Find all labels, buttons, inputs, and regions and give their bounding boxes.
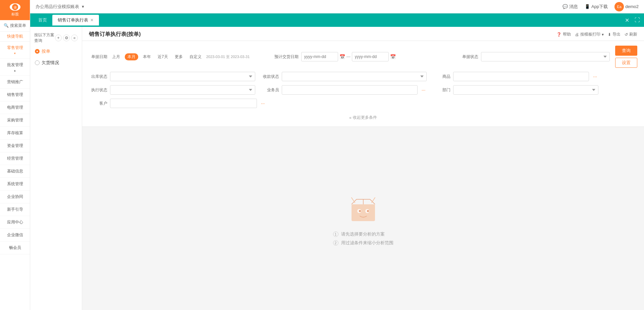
exec-label: 执行状态 [89,87,107,93]
sidebar-item-purchase[interactable]: 采购管理 [0,114,30,127]
sidebar-item-wholesale[interactable]: 批发管理 ▴ [0,59,30,76]
sidebar-item-member[interactable]: 畅会员 [0,242,30,254]
settings-icon: ⚙ [65,36,68,40]
salesperson-dots[interactable]: ··· [420,87,427,93]
date-tab-上月[interactable]: 上月 [110,53,122,60]
tab-sales-order-label: 销售订单执行表 [58,17,88,23]
help-icon: ❓ [556,32,561,37]
empty-state: 1 请先选择要分析的方案 2 用过滤条件来缩小分析范围 [82,127,644,310]
sidebar-item-sales[interactable]: 销售管理 [0,89,30,101]
refresh-btn[interactable]: ↺ 刷新 [625,32,637,37]
sidebar-item-retail[interactable]: 零售管理 ▾ [0,42,30,59]
salesperson-input[interactable] [282,85,418,95]
sub-sidebar-item-按单[interactable]: ● 按单 [30,46,82,57]
marketing-label: 营销推广 [7,79,23,85]
appcenter-label: 应用中心 [7,219,23,225]
sales-label: 销售管理 [7,92,23,98]
breadcrumb-arrow[interactable]: ▾ [82,4,84,9]
message-label: 消息 [569,4,578,10]
product-input[interactable] [453,72,589,81]
query-button[interactable]: 查询 [615,46,637,56]
tab-sales-order[interactable]: 销售订单执行表 ✕ [52,15,99,25]
dept-select[interactable] [453,85,598,95]
sidebar-item-wechat[interactable]: 企业微信 [0,229,30,242]
page-header-actions: ❓ 帮助 🖨 按模板打印 ▾ ⬇ 导出 ↺ 刷新 [556,32,637,37]
exec-select[interactable] [110,85,255,95]
status-select[interactable] [481,52,610,61]
sidebar-item-finance[interactable]: 资金管理 [0,140,30,152]
search-label: 搜索菜单 [10,23,26,28]
empty-tips: 1 请先选择要分析的方案 2 用过滤条件来缩小分析范围 [333,231,393,246]
tab-close-icon[interactable]: ✕ [90,18,94,22]
date-tab-自定义[interactable]: 自定义 [187,53,204,60]
tab-expand-btn[interactable]: ⛶ [633,16,641,24]
help-btn[interactable]: ❓ 帮助 [556,32,571,37]
sidebar-item-basics[interactable]: 基础信息 [0,165,30,178]
date-start-input[interactable] [301,52,338,61]
sub-sidebar-item-欠货[interactable]: 欠货情况 [30,57,82,68]
sidebar-item-newbie[interactable]: 新手引导 [0,203,30,216]
sub-sidebar-collapse-btn[interactable]: « [71,35,78,41]
search-icon: 🔍 [4,23,9,28]
app-download-btn[interactable]: 📱 App下载 [585,4,608,10]
svg-line-7 [352,198,355,203]
customer-input[interactable] [110,99,257,108]
sidebar-search[interactable]: 🔍 搜索菜单 [0,20,30,32]
payment-select[interactable] [282,72,427,81]
system-label: 系统管理 [7,181,23,187]
app-download-label: App下载 [591,4,608,10]
sidebar-item-system[interactable]: 系统管理 [0,178,30,191]
sub-sidebar-settings-btn[interactable]: ⚙ [63,35,70,41]
sub-sidebar-add-btn[interactable]: + [55,35,62,41]
sidebar-item-inventory[interactable]: 库存核算 [0,127,30,140]
sidebar-item-operations[interactable]: 经营管理 [0,152,30,165]
sub-sidebar-header-actions: + ⚙ « [55,35,78,41]
filter-group-status: 单据状态 [460,52,610,61]
date-separator: — [346,54,351,59]
date-tab-近7天[interactable]: 近7天 [156,53,170,60]
calendar-end-icon[interactable]: 📅 [390,54,396,59]
filter-group-salesperson: 业务员 ··· [261,85,427,95]
purchase-label: 采购管理 [7,117,23,123]
tabbar-actions: ✕ ⛶ [624,16,641,25]
customer-dots[interactable]: ··· [260,101,266,106]
collapse-btn[interactable]: « 收起更多条件 [349,115,377,120]
date-tab-更多[interactable]: 更多 [173,53,185,60]
date-tab-本月[interactable]: 本月 [125,53,138,60]
sidebar-item-appcenter[interactable]: 应用中心 [0,216,30,229]
svg-rect-2 [352,204,375,221]
print-btn[interactable]: 🖨 按模板打印 ▾ [575,32,604,37]
print-arrow: ▾ [602,32,604,37]
sidebar-item-enterprise[interactable]: 企业协同 [0,191,30,203]
calendar-start-icon[interactable]: 📅 [339,54,345,59]
filter-group-delivery: 出库状态 [89,72,255,81]
filter-group-payment: 收款状态 [261,72,427,81]
export-btn[interactable]: ⬇ 导出 [608,32,621,37]
expand-icon2: ▴ [14,69,16,72]
date-end-input[interactable] [352,52,389,61]
user-menu[interactable]: Ea demo2 [614,2,639,11]
sidebar-nav[interactable]: 快捷导航 [0,32,30,42]
empty-illustration [343,191,383,224]
svg-point-5 [359,210,361,212]
avatar-text: Ea [617,5,622,9]
sidebar-item-ecommerce[interactable]: 电商管理 [0,101,30,114]
print-icon: 🖨 [575,32,579,37]
nav-label: 快捷导航 [7,34,23,39]
tab-home[interactable]: 首页 [33,15,52,25]
delivery-select[interactable] [110,72,255,81]
member-label: 畅会员 [9,245,21,251]
download-icon: 📱 [585,4,590,9]
product-dots[interactable]: ··· [592,74,598,79]
sidebar: 捷 标股 🔍 搜索菜单 快捷导航 零售管理 ▾ 批发管理 ▴ 营销推广 销售管理… [0,0,30,310]
tab-close-all-btn[interactable]: ✕ [624,16,631,25]
date-tab-本年[interactable]: 本年 [141,53,153,60]
topbar: 办公用品行业模拟账表 ▾ 💬 消息 📱 App下载 Ea demo2 [30,0,644,13]
svg-text:捷: 捷 [13,6,16,9]
page-header: 销售订单执行表(按单) ❓ 帮助 🖨 按模板打印 ▾ ⬇ 导出 [82,27,644,41]
message-btn[interactable]: 💬 消息 [562,4,578,10]
main-panel: 销售订单执行表(按单) ❓ 帮助 🖨 按模板打印 ▾ ⬇ 导出 [82,27,644,310]
breadcrumb-text[interactable]: 办公用品行业模拟账表 [36,4,79,10]
sidebar-item-marketing[interactable]: 营销推广 [0,76,30,89]
setting-button[interactable]: 设置 [615,58,637,68]
